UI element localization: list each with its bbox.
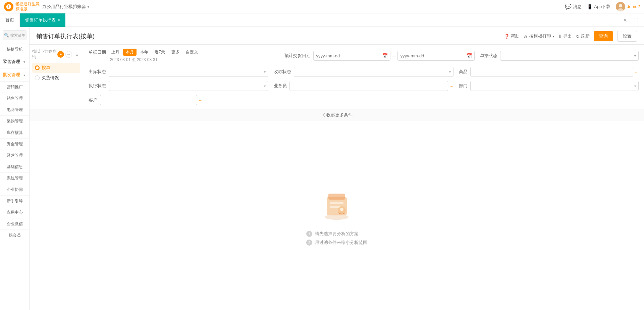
page-header-actions: ❓ 帮助 🖨 按模板打印 ▾ ⬇ 导出 ↻ 刷新 查询 设置: [504, 31, 637, 42]
date-pill-this-year[interactable]: 本年: [138, 49, 151, 56]
sidebar-item-jichu[interactable]: 基础信息: [0, 161, 29, 173]
export-btn[interactable]: ⬇ 导出: [558, 33, 572, 39]
customer-ellipsis-btn[interactable]: ···: [199, 97, 203, 103]
sidebar-item-qiye[interactable]: 企业协同: [0, 184, 29, 196]
svg-point-10: [340, 208, 343, 211]
top-bar-left: 畅捷通好生意 标准版 办公用品行业模拟账套 ▾: [4, 2, 90, 11]
salesman-label: 业务员: [274, 83, 287, 89]
date-pill-7days[interactable]: 近7天: [152, 49, 168, 56]
sidebar-item-zijin[interactable]: 资金管理: [0, 139, 29, 150]
settings-button[interactable]: 设置: [617, 31, 637, 42]
sidebar-item-huiyuan[interactable]: 畅会员: [0, 230, 29, 241]
app-download-btn[interactable]: 📱 App下载: [587, 4, 610, 10]
single-status-select[interactable]: [500, 51, 639, 61]
sidebar-item-kucun[interactable]: 库存核算: [0, 127, 29, 139]
svg-rect-7: [330, 202, 343, 204]
filter-row-3: 执行状态 ▾ 业务员: [89, 81, 639, 91]
predict-date-end-input[interactable]: [397, 51, 475, 61]
filter-item-goods: 商品 ···: [459, 67, 639, 77]
minimize-btn[interactable]: ✕: [621, 16, 629, 24]
tab-active[interactable]: 销售订单执行表 ×: [20, 13, 65, 27]
refresh-btn[interactable]: ↻ 刷新: [576, 33, 590, 39]
phone-icon: 📱: [587, 4, 593, 9]
salesman-ellipsis-btn[interactable]: ···: [449, 83, 453, 89]
svg-point-1: [619, 4, 622, 7]
message-btn[interactable]: 💬 消息: [565, 3, 582, 10]
predict-date-start-input[interactable]: [313, 51, 390, 61]
scheme-item-qianhuo[interactable]: 欠货情况: [32, 73, 80, 83]
date-pill-more[interactable]: 更多: [169, 49, 182, 56]
top-bar: 畅捷通好生意 标准版 办公用品行业模拟账套 ▾ 💬 消息 📱 App下载 dem…: [0, 0, 644, 13]
avatar: [616, 2, 625, 11]
sidebar-item-kuaijie[interactable]: 快捷导航: [0, 44, 29, 55]
scheme-item-andan[interactable]: 按单: [32, 63, 80, 73]
user-area[interactable]: demo2: [616, 2, 640, 11]
sidebar-item-yingyong[interactable]: 应用中心: [0, 207, 29, 218]
sidebar-item-lingshou[interactable]: 零售管理 ▾: [0, 55, 29, 68]
sidebar-item-jingying[interactable]: 经营管理: [0, 150, 29, 161]
page-title: 销售订单执行表(按单): [36, 32, 95, 40]
date-pills: 上月 本月 本年 近7天 更多 自定义: [109, 49, 201, 56]
sidebar-item-xitong[interactable]: 系统管理: [0, 173, 29, 184]
dept-label: 部门: [459, 83, 468, 89]
goods-input[interactable]: [470, 67, 633, 77]
sidebar-item-weixin[interactable]: 企业微信: [0, 218, 29, 230]
predict-date-start-wrap: 📅: [313, 51, 390, 61]
message-icon: 💬: [565, 3, 572, 10]
salesman-input[interactable]: [289, 81, 448, 91]
sidebar-item-pifa[interactable]: 批发管理 ▴: [0, 68, 29, 81]
collect-status-label: 收款状态: [274, 69, 291, 75]
filter-item-out-status: 出库状态 ▾: [89, 67, 268, 77]
collect-status-select-wrap: ▾: [294, 67, 453, 77]
collect-status-select[interactable]: [294, 67, 453, 77]
tab-home[interactable]: 首页: [0, 13, 20, 27]
sidebar-group-pifa: 批发管理 ▴: [0, 68, 29, 82]
customer-input[interactable]: [100, 95, 197, 105]
help-icon: ❓: [504, 34, 509, 39]
filter-rows: 单据日期 上月 本月 本年 近7天 更多 自定义: [89, 49, 639, 105]
date-pill-this-month[interactable]: 本月: [123, 49, 137, 56]
more-conditions-btn[interactable]: 《 收起更多条件: [30, 109, 644, 121]
filter-row-4: 客户 ···: [89, 95, 639, 105]
sidebar-item-xinshou[interactable]: 新手引导: [0, 196, 29, 207]
calendar-icon-end: 📅: [466, 53, 472, 58]
sidebar-group-lingshou: 零售管理 ▾: [0, 55, 29, 68]
maximize-btn[interactable]: ⛶: [632, 16, 640, 24]
empty-tips: 1 请先选择要分析的方案 2 用过滤条件来缩小分析范围: [306, 231, 367, 246]
tab-close-icon[interactable]: ×: [58, 18, 60, 22]
exec-status-select[interactable]: [109, 81, 268, 91]
filter-right: 单据日期 上月 本月 本年 近7天 更多 自定义: [83, 45, 644, 109]
goods-ellipsis-btn[interactable]: ···: [635, 69, 639, 74]
filter-item-customer: 客户 ···: [89, 95, 203, 105]
tab-bar: 首页 销售订单执行表 × ✕ ⛶: [0, 13, 644, 27]
breadcrumb: 办公用品行业模拟账套 ▾: [42, 4, 90, 10]
date-separator: —: [392, 53, 396, 58]
print-btn[interactable]: 🖨 按模板打印 ▾: [524, 33, 554, 39]
collapse-icon: 《: [321, 112, 325, 118]
svg-rect-6: [328, 194, 345, 200]
date-pill-last-month[interactable]: 上月: [109, 49, 122, 56]
date-pill-custom[interactable]: 自定义: [183, 49, 201, 56]
edit-scheme-btn[interactable]: ✏: [65, 51, 72, 58]
search-menu-btn[interactable]: 🔍 搜索菜单: [3, 30, 26, 40]
single-status-select-wrap: ▾: [500, 51, 639, 61]
sidebar-item-dianshang[interactable]: 电商管理: [0, 104, 29, 116]
sidebar-item-yingxiao[interactable]: 营销推广: [0, 82, 29, 93]
predict-date-label: 预计交货日期: [284, 53, 311, 59]
help-btn[interactable]: ❓ 帮助: [504, 33, 520, 39]
sidebar-item-caigou[interactable]: 采购管理: [0, 116, 29, 127]
add-scheme-btn[interactable]: +: [57, 51, 64, 58]
filter-item-date: 单据日期 上月 本月 本年 近7天 更多 自定义: [89, 49, 279, 63]
sidebar-item-xiaoshou[interactable]: 销售管理: [0, 93, 29, 104]
filter-row-2: 出库状态 ▾ 收款状态: [89, 67, 639, 77]
query-button[interactable]: 查询: [594, 31, 613, 41]
out-status-select[interactable]: [109, 67, 268, 77]
empty-tip-1: 1 请先选择要分析的方案: [306, 231, 367, 237]
filter-row-1: 单据日期 上月 本月 本年 近7天 更多 自定义: [89, 49, 639, 63]
single-status-label: 单据状态: [480, 53, 497, 59]
dept-select[interactable]: [470, 81, 639, 91]
svg-point-3: [36, 66, 39, 69]
filter-scheme-title: 按以下方案查询 + ✏ «: [32, 49, 80, 60]
scheme-dot-inactive: [35, 75, 40, 80]
collapse-scheme-btn[interactable]: «: [73, 51, 80, 58]
